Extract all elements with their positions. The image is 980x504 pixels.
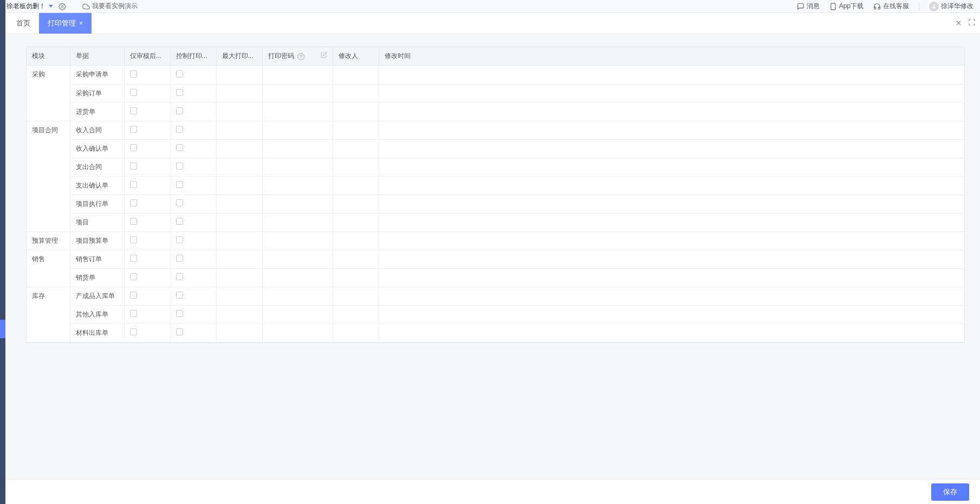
table-row: 收入确认单 (27, 139, 964, 158)
control-print-checkbox[interactable] (176, 236, 183, 243)
header-module: 模块 (27, 47, 70, 66)
table-row: 销货单 (27, 268, 964, 287)
close-icon[interactable]: × (79, 13, 83, 34)
control-print-checkbox[interactable] (176, 273, 183, 280)
table-row: 项目合同收入合同 (27, 121, 964, 139)
main-content: 模块 单据 仅审核后... 控制打印... 最大打印... 打印密码 ? 修改人… (5, 34, 980, 343)
empty-cell (262, 324, 333, 342)
document-cell: 收入确认单 (70, 139, 124, 158)
table-row: 采购采购申请单 (27, 66, 964, 84)
approve-only-checkbox[interactable] (130, 255, 137, 262)
empty-cell (379, 324, 964, 342)
empty-cell (333, 102, 379, 121)
approve-only-checkbox[interactable] (130, 199, 137, 206)
control-print-checkbox[interactable] (176, 199, 183, 206)
app-download-link[interactable]: App下载 (829, 2, 864, 11)
topbar: 徐老板勿删！ 我要看实例演示 消息 App下载 在线客服 徐泽华修改 (0, 0, 980, 13)
empty-cell (333, 305, 379, 324)
user-name: 徐泽华修改 (941, 2, 973, 11)
control-print-checkbox[interactable] (176, 89, 183, 96)
empty-cell (216, 195, 262, 213)
empty-cell (262, 121, 333, 139)
empty-cell (379, 268, 964, 287)
org-selector[interactable]: 徐老板勿删！ (7, 2, 53, 11)
approve-only-checkbox[interactable] (130, 181, 137, 188)
empty-cell (262, 213, 333, 231)
empty-cell (379, 176, 964, 195)
app-download-label: App下载 (839, 2, 864, 11)
empty-cell (262, 268, 333, 287)
document-cell: 其他入库单 (70, 305, 124, 324)
approve-only-checkbox[interactable] (130, 126, 137, 133)
print-settings-table: 模块 单据 仅审核后... 控制打印... 最大打印... 打印密码 ? 修改人… (26, 47, 965, 343)
control-print-checkbox[interactable] (176, 292, 183, 299)
document-cell: 支出合同 (70, 158, 124, 176)
messages-link[interactable]: 消息 (797, 2, 820, 11)
empty-cell (216, 250, 262, 268)
approve-only-checkbox[interactable] (130, 70, 137, 77)
empty-cell (333, 66, 379, 84)
approve-only-checkbox[interactable] (130, 107, 137, 114)
table-row: 采购订单 (27, 84, 964, 102)
empty-cell (216, 287, 262, 305)
empty-cell (262, 139, 333, 158)
table-row: 项目 (27, 213, 964, 231)
tab-home[interactable]: 首页 (8, 13, 39, 34)
avatar-icon (929, 2, 939, 11)
approve-only-checkbox[interactable] (130, 292, 137, 299)
empty-cell (216, 102, 262, 121)
document-cell: 支出确认单 (70, 176, 124, 195)
document-cell: 材料出库单 (70, 324, 124, 342)
control-print-checkbox[interactable] (176, 107, 183, 114)
document-cell: 项目预算单 (70, 231, 124, 250)
approve-only-checkbox[interactable] (130, 273, 137, 280)
empty-cell (216, 158, 262, 176)
edit-icon[interactable] (321, 51, 327, 60)
control-print-checkbox[interactable] (176, 255, 183, 262)
close-all-icon[interactable]: ✕ (956, 19, 962, 27)
mobile-icon (829, 3, 837, 10)
control-print-checkbox[interactable] (176, 218, 183, 225)
user-menu[interactable]: 徐泽华修改 (929, 2, 973, 11)
help-icon[interactable]: ? (297, 53, 304, 60)
control-print-checkbox[interactable] (176, 310, 183, 317)
support-link[interactable]: 在线客服 (873, 2, 909, 11)
table-row: 预算管理项目预算单 (27, 231, 964, 250)
document-cell: 销货单 (70, 268, 124, 287)
empty-cell (216, 305, 262, 324)
approve-only-checkbox[interactable] (130, 89, 137, 96)
chevron-down-icon (49, 5, 53, 8)
empty-cell (333, 176, 379, 195)
table-row: 其他入库单 (27, 305, 964, 324)
document-cell: 项目执行单 (70, 195, 124, 213)
approve-only-checkbox[interactable] (130, 310, 137, 317)
control-print-checkbox[interactable] (176, 144, 183, 151)
approve-only-checkbox[interactable] (130, 236, 137, 243)
demo-link[interactable]: 我要看实例演示 (82, 2, 138, 11)
empty-cell (379, 66, 964, 84)
org-name: 徐老板勿删！ (7, 2, 46, 11)
tabs-bar: 首页 打印管理 × ✕ (0, 13, 980, 34)
fullscreen-icon[interactable] (968, 18, 976, 28)
control-print-checkbox[interactable] (176, 181, 183, 188)
tab-label: 打印管理 (48, 13, 76, 34)
empty-cell (333, 268, 379, 287)
approve-only-checkbox[interactable] (130, 218, 137, 225)
tab-print-manage[interactable]: 打印管理 × (39, 13, 92, 34)
control-print-checkbox[interactable] (176, 126, 183, 133)
control-print-checkbox[interactable] (176, 328, 183, 335)
approve-only-checkbox[interactable] (130, 163, 137, 170)
control-print-checkbox[interactable] (176, 163, 183, 170)
control-print-checkbox[interactable] (176, 70, 183, 77)
empty-cell (262, 287, 333, 305)
empty-cell (262, 158, 333, 176)
header-print-password-label: 打印密码 (268, 52, 294, 60)
empty-cell (216, 139, 262, 158)
approve-only-checkbox[interactable] (130, 328, 137, 335)
module-cell: 销售 (27, 250, 70, 287)
module-cell: 预算管理 (27, 231, 70, 250)
gear-icon[interactable] (59, 3, 66, 10)
document-cell: 项目 (70, 213, 124, 231)
approve-only-checkbox[interactable] (130, 144, 137, 151)
document-cell: 销售订单 (70, 250, 124, 268)
